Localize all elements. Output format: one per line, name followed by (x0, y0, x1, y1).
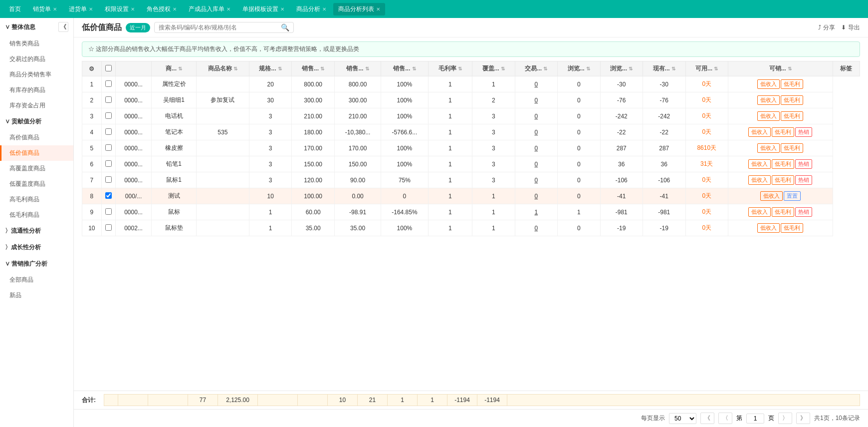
nav-close-role[interactable]: ✕ (173, 6, 177, 12)
tag-低毛利[interactable]: 低毛利 (781, 79, 803, 89)
view1-link[interactable]: 0 (534, 97, 538, 104)
tag-热销[interactable]: 热销 (795, 175, 812, 185)
tag-低收入[interactable]: 低收入 (748, 175, 771, 185)
nav-close-sales[interactable]: ✕ (53, 6, 57, 12)
tag-低收入[interactable]: 低收入 (757, 223, 780, 233)
cell-checkbox[interactable] (101, 92, 115, 108)
col-view2[interactable]: 浏览... ⇅ (600, 61, 643, 76)
sidebar-group-liquidity[interactable]: 〉流通性分析 (0, 223, 73, 239)
nav-close-template[interactable]: ✕ (280, 6, 284, 12)
current-page-input[interactable] (746, 414, 764, 424)
cell-view1[interactable]: 0 (515, 140, 558, 156)
tag-低毛利[interactable]: 低毛利 (781, 111, 803, 121)
col-sale-qty[interactable]: 销售... ⇅ (292, 61, 335, 76)
cell-view1[interactable]: 0 (515, 172, 558, 188)
tag-热销[interactable]: 热销 (795, 127, 812, 137)
view1-link[interactable]: 0 (534, 193, 538, 200)
row-checkbox[interactable] (105, 128, 112, 135)
tag-热销[interactable]: 热销 (795, 207, 812, 217)
col-code[interactable]: 商... ⇅ (152, 61, 196, 76)
tag-低收入[interactable]: 低收入 (757, 95, 780, 105)
col-spec[interactable]: 规格... ⇅ (249, 61, 292, 76)
nav-purchase[interactable]: 进货单 ✕ (64, 3, 98, 15)
tag-置置[interactable]: 置置 (784, 191, 801, 201)
col-sale-price[interactable]: 销售... ⇅ (381, 61, 428, 76)
tag-低收入[interactable]: 低收入 (757, 143, 780, 153)
last-page-button[interactable]: 》 (796, 413, 810, 424)
sidebar-item-low-value[interactable]: 低价值商品 (0, 145, 73, 161)
col-view1[interactable]: 浏览... ⇅ (558, 61, 601, 76)
share-button[interactable]: ⤴ 分享 (818, 23, 835, 32)
sidebar-item-low-coverage[interactable]: 低覆盖度商品 (0, 176, 73, 192)
per-page-select[interactable]: 50 100 200 (669, 413, 696, 424)
row-checkbox[interactable] (105, 160, 112, 167)
cell-view1[interactable]: 0 (515, 188, 558, 204)
sidebar-item-stock-capital[interactable]: 库存资金占用 (0, 98, 73, 113)
cell-view1[interactable]: 0 (515, 156, 558, 172)
row-checkbox[interactable] (105, 112, 112, 119)
cell-checkbox[interactable] (101, 124, 115, 140)
export-button[interactable]: ⬇ 导出 (841, 23, 860, 32)
tag-低收入[interactable]: 低收入 (748, 159, 771, 169)
nav-close-permission[interactable]: ✕ (131, 6, 135, 12)
tag-低毛利[interactable]: 低毛利 (772, 175, 794, 185)
nav-close-goods-analysis[interactable]: ✕ (322, 6, 326, 12)
row-checkbox[interactable] (105, 208, 112, 215)
row-checkbox[interactable] (105, 224, 112, 231)
nav-sales[interactable]: 销货单 ✕ (28, 3, 62, 15)
tag-低收入[interactable]: 低收入 (748, 207, 771, 217)
nav-permission[interactable]: 权限设置 ✕ (100, 3, 140, 15)
tag-低毛利[interactable]: 低毛利 (772, 207, 794, 217)
col-name[interactable]: 商品名称 ⇅ (196, 61, 249, 76)
view1-link[interactable]: 0 (534, 177, 538, 184)
select-all-checkbox[interactable] (105, 65, 112, 71)
view1-link[interactable]: 0 (534, 129, 538, 136)
date-filter-tag[interactable]: 近一月 (126, 23, 150, 32)
tag-低毛利[interactable]: 低毛利 (772, 159, 794, 169)
search-icon[interactable]: 🔍 (281, 23, 289, 31)
nav-product-inbound[interactable]: 产成品入库单 ✕ (184, 3, 235, 15)
nav-close-product-inbound[interactable]: ✕ (226, 6, 230, 12)
col-trade[interactable]: 交易... ⇅ (515, 61, 558, 76)
tag-热销[interactable]: 热销 (795, 159, 812, 169)
row-checkbox[interactable] (105, 176, 112, 183)
sidebar-item-sales-goods[interactable]: 销售类商品 (0, 36, 73, 51)
cell-view1[interactable]: 0 (515, 76, 558, 92)
search-input[interactable] (159, 24, 281, 31)
sidebar-item-new-goods[interactable]: 新品 (0, 288, 73, 303)
sidebar-item-category-rate[interactable]: 商品分类销售率 (0, 67, 73, 82)
col-current[interactable]: 现有... ⇅ (643, 61, 686, 76)
nav-template[interactable]: 单据模板设置 ✕ (237, 3, 289, 15)
sidebar-group-overall[interactable]: ∨ 整体信息 《 (0, 18, 73, 36)
first-page-button[interactable]: 《 (700, 413, 714, 424)
tag-低毛利[interactable]: 低毛利 (781, 143, 803, 153)
cell-view1[interactable]: 0 (515, 220, 558, 236)
cell-view1[interactable]: 0 (515, 108, 558, 124)
cell-view1[interactable]: 0 (515, 124, 558, 140)
cell-view1[interactable]: 0 (515, 92, 558, 108)
view1-link[interactable]: 0 (534, 145, 538, 152)
tag-低收入[interactable]: 低收入 (757, 111, 780, 121)
cell-checkbox[interactable] (101, 108, 115, 124)
col-available[interactable]: 可用... ⇅ (685, 61, 728, 76)
cell-checkbox[interactable] (101, 76, 115, 92)
cell-checkbox[interactable] (101, 156, 115, 172)
nav-goods-analysis-list[interactable]: 商品分析列表 ✕ (333, 3, 385, 15)
next-page-button[interactable]: 〉 (778, 413, 792, 424)
sidebar-group-growth[interactable]: 〉成长性分析 (0, 239, 73, 256)
prev-page-button[interactable]: 〈 (718, 413, 732, 424)
cell-checkbox[interactable] (101, 172, 115, 188)
sidebar-group-marketing[interactable]: ∨ 营销推广分析 (0, 256, 73, 272)
row-checkbox[interactable] (105, 96, 112, 103)
sidebar-item-low-margin[interactable]: 低毛利商品 (0, 207, 73, 223)
view1-link[interactable]: 1 (534, 209, 538, 216)
cell-checkbox[interactable] (101, 140, 115, 156)
col-margin[interactable]: 毛利率 ⇅ (428, 61, 472, 76)
col-sellable[interactable]: 可销... ⇅ (728, 61, 833, 76)
cell-view1[interactable]: 1 (515, 204, 558, 220)
row-checkbox[interactable] (105, 144, 112, 151)
tag-低毛利[interactable]: 低毛利 (772, 127, 794, 137)
nav-close-purchase[interactable]: ✕ (89, 6, 93, 12)
sidebar-item-high-margin[interactable]: 高毛利商品 (0, 192, 73, 207)
cell-checkbox[interactable] (101, 188, 115, 204)
